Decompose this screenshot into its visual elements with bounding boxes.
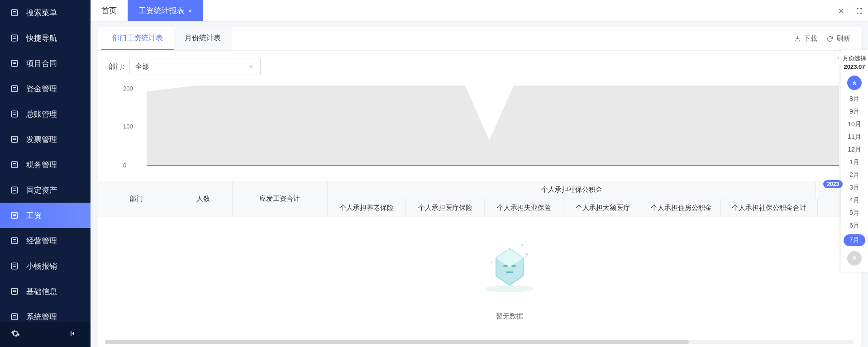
money-icon [9, 83, 20, 94]
content: 部门工资统计表月份统计表 下载 刷新 [91, 22, 868, 347]
sidebar-item-0[interactable]: 搜索菜单 [0, 0, 91, 25]
subtab-1[interactable]: 月份统计表 [174, 27, 232, 50]
month-option[interactable]: 3月 [841, 181, 868, 194]
month-option[interactable]: 2月 [841, 169, 868, 181]
close-tab-icon[interactable] [832, 2, 850, 20]
sidebar-item-11[interactable]: 基础信息 [0, 279, 91, 304]
month-panel-title: 月份选择 [843, 53, 866, 63]
month-option[interactable]: 7月 [844, 234, 865, 246]
table-empty: 暂无数据 [98, 217, 861, 347]
sidebar-item-8[interactable]: 工资 [0, 203, 91, 228]
month-option[interactable]: 4月 [841, 194, 868, 207]
month-option[interactable]: 8月 [841, 93, 868, 105]
svg-point-17 [525, 253, 528, 256]
chart-area-fill [147, 81, 839, 166]
sidebar-item-label: 搜索菜单 [26, 8, 57, 18]
empty-text: 暂无数据 [496, 312, 523, 321]
svg-rect-9 [11, 238, 17, 243]
business-icon [9, 235, 20, 246]
month-panel-collapse-icon[interactable] [835, 52, 841, 64]
sidebar-item-2[interactable]: 项目合同 [0, 51, 91, 76]
contract-icon [9, 58, 20, 69]
month-option[interactable]: 9月 [841, 105, 868, 118]
th-total-pay: 应发工资合计 [233, 181, 327, 217]
month-option[interactable]: 6月 [841, 219, 868, 232]
download-label: 下载 [804, 34, 817, 43]
sidebar-items: 搜索菜单快捷导航项目合同资金管理总账管理发票管理税务管理固定资产工资经营管理小畅… [0, 0, 91, 322]
svg-rect-14 [503, 265, 508, 267]
table-head: 部门 人数 应发工资合计 个人承担社保公积金 个人承担养老保险 个人承担医疗保险… [98, 181, 861, 217]
refresh-label: 刷新 [836, 34, 850, 43]
sidebar-item-label: 项目合同 [26, 58, 57, 69]
month-option[interactable]: 1月 [841, 156, 868, 169]
download-icon [794, 35, 801, 43]
th-group-personal: 个人承担社保公积金 [327, 181, 816, 199]
download-button[interactable]: 下载 [794, 34, 817, 43]
tax-icon [9, 159, 20, 170]
svg-rect-4 [11, 111, 17, 117]
tab-label: 工资统计报表 [138, 5, 185, 16]
horizontal-scrollbar[interactable] [105, 340, 854, 344]
sidebar-item-label: 基础信息 [26, 286, 57, 297]
subtabs: 部门工资统计表月份统计表 下载 刷新 [98, 27, 861, 51]
svg-rect-10 [11, 263, 17, 269]
sidebar-item-3[interactable]: 资金管理 [0, 76, 91, 101]
ledger-icon [9, 109, 20, 119]
scrollbar-thumb[interactable] [105, 340, 689, 344]
svg-rect-12 [11, 314, 17, 319]
month-panel-date: 2023.07 [844, 63, 865, 73]
settings-icon[interactable] [11, 329, 22, 340]
collapse-sidebar-icon[interactable] [69, 329, 80, 340]
card: 部门工资统计表月份统计表 下载 刷新 [98, 27, 861, 347]
sidebar-item-6[interactable]: 税务管理 [0, 152, 91, 177]
sidebar-footer [0, 322, 91, 347]
month-option[interactable]: 12月 [841, 143, 868, 156]
sidebar-item-10[interactable]: 小畅报销 [0, 253, 91, 279]
sidebar: 搜索菜单快捷导航项目合同资金管理总账管理发票管理税务管理固定资产工资经营管理小畅… [0, 0, 91, 347]
sidebar-item-7[interactable]: 固定资产 [0, 177, 91, 203]
dept-select[interactable]: 全部 [129, 58, 261, 75]
search-list-icon [9, 7, 20, 18]
month-scroll-up-button[interactable] [847, 76, 862, 90]
svg-rect-5 [11, 136, 17, 142]
tab-label: 首页 [101, 5, 117, 16]
refresh-button[interactable]: 刷新 [826, 34, 850, 43]
month-option[interactable]: 11月 [841, 131, 868, 143]
chart-ytick: 200 [123, 85, 133, 92]
tab-0[interactable]: 首页 [91, 0, 128, 21]
sidebar-item-label: 资金管理 [26, 84, 57, 94]
empty-illustration-icon [478, 235, 541, 294]
tab-close-icon[interactable]: × [188, 7, 192, 14]
svg-rect-16 [506, 271, 513, 273]
th-housing: 个人承担住房公积金 [642, 199, 721, 217]
th-major-medical: 个人承担大额医疗 [563, 199, 642, 217]
month-option[interactable]: 10月 [841, 118, 868, 131]
month-scroll-down-button[interactable] [847, 251, 862, 266]
chart-wrap: 200 100 0 [98, 79, 861, 177]
sidebar-item-4[interactable]: 总账管理 [0, 101, 91, 127]
month-option[interactable]: 5月 [841, 207, 868, 219]
sidebar-item-12[interactable]: 系统管理 [0, 304, 91, 322]
th-personal-total: 个人承担社保公积金合计 [721, 199, 818, 217]
svg-rect-8 [11, 212, 17, 218]
chart-ytick: 100 [123, 123, 133, 130]
subtab-0[interactable]: 部门工资统计表 [101, 27, 174, 50]
sidebar-item-5[interactable]: 发票管理 [0, 127, 91, 152]
table-wrap[interactable]: 部门 人数 应发工资合计 个人承担社保公积金 个人承担养老保险 个人承担医疗保险… [98, 181, 861, 347]
sidebar-item-1[interactable]: 快捷导航 [0, 25, 91, 51]
sidebar-item-label: 经营管理 [26, 236, 57, 246]
chevron-down-icon [248, 63, 255, 70]
tab-1[interactable]: 工资统计报表× [128, 0, 203, 21]
svg-rect-1 [11, 35, 17, 41]
sidebar-item-label: 快捷导航 [26, 33, 57, 43]
sidebar-item-label: 固定资产 [26, 185, 57, 195]
sidebar-item-label: 税务管理 [26, 160, 57, 170]
fullscreen-icon[interactable] [850, 2, 868, 20]
sidebar-item-label: 系统管理 [26, 312, 57, 322]
sidebar-item-label: 总账管理 [26, 109, 57, 119]
svg-rect-15 [511, 265, 516, 267]
chart-ytick: 0 [123, 162, 126, 169]
sidebar-item-9[interactable]: 经营管理 [0, 228, 91, 253]
refresh-icon [826, 35, 834, 43]
dept-filter-label: 部门: [109, 62, 124, 71]
